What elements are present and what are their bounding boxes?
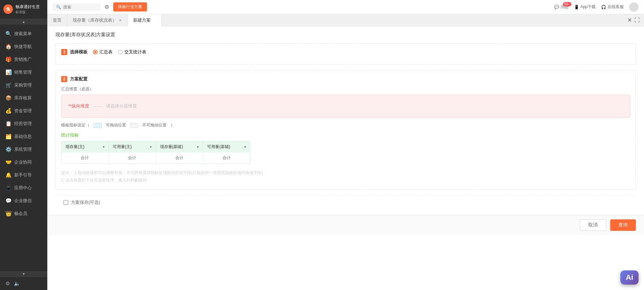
message-badge: 99+ [563,2,571,6]
box-icon: 📦 [5,95,11,101]
sidebar-item-search-menu[interactable]: 🔍 搜索菜单 [0,27,47,40]
radio-summary[interactable]: 汇总表 [93,49,113,55]
sidebar-item-label: 企业微信 [14,198,32,204]
tab-inventory-status[interactable]: 现存量（库存状况表） ✕ [67,14,128,26]
tab-home[interactable]: 首页 [47,14,67,26]
indicator-row: 模板指标设定（ 可拖动位置 不可拖动位置 ） [61,122,630,128]
tab-inventory-label: 现存量（库存状况表） [73,17,117,23]
headset-icon: 🎧 [601,5,606,9]
sidebar-item-inventory[interactable]: 📦 库存核算 [0,92,47,104]
sidebar-item-finance[interactable]: 💰 资金管理 [0,104,47,117]
hint-line-2: 2. 点击标题栏下拉可设置排序、插入列和删除列 [61,177,630,184]
draggable-label: 可拖动位置 [106,122,126,128]
indicator-label-text: 模板指标设定（ [61,122,90,128]
sidebar-scroll-down[interactable]: ▼ [0,271,47,277]
section-template: 1 选择模板 汇总表 交叉统计表 [55,43,636,65]
sidebar-item-member[interactable]: 👑 畅会员 [0,207,47,220]
dim-label: 汇总维度（必选） [61,86,630,92]
radio-summary-dot [94,51,96,53]
settings-icon[interactable]: ⚙ [104,4,109,10]
stats-col-4[interactable]: 可用量(基辅) ▾ [203,141,250,152]
radio-cross[interactable]: 交叉统计表 [118,49,146,55]
cancel-button[interactable]: 取消 [580,219,606,231]
stats-col-1[interactable]: 现存量(主) ▾ [61,141,109,152]
tabs-bar: 首页 现存量（库存状况表） ✕ 新建方案 ✕ ✕ ⛶ [47,14,644,26]
tab-new-plan-label: 新建方案 [133,17,151,23]
tab-inventory-close[interactable]: ✕ [119,18,122,23]
sidebar-item-label: 库存核算 [14,95,32,101]
gift-icon: 🎁 [5,56,11,63]
settings-footer-icon[interactable]: ⚙ [5,281,10,287]
app-download-button[interactable]: 📱 App下载 [574,4,596,10]
section2-num: 2 [61,76,67,82]
radio-summary-circle [93,50,98,54]
sidebar-item-label: 搜索菜单 [14,31,32,37]
sidebar-item-label: 资金管理 [14,108,32,114]
sidebar: 兔 畅康通好生意 标准版 ▲ 🔍 搜索菜单 🏠 快捷导航 🎁 营销推广 📊 销售… [0,0,47,290]
sidebar-item-label: 快捷导航 [14,44,32,50]
gear-icon: ⚙️ [5,146,11,152]
sidebar-item-basic[interactable]: 🗂️ 基础信息 [0,130,47,143]
content-area: 现存量(库存状况表)方案设置 1 选择模板 汇总表 [47,26,644,290]
save-label: 方案保存(可选) [71,199,100,206]
window-close-icon[interactable]: ✕ [627,17,632,23]
sidebar-item-system[interactable]: ⚙️ 系统管理 [0,143,47,156]
stats-col-2[interactable]: 可用量(主) ▾ [109,141,156,152]
hint-area: 提示： 1.拖动标题栏可以调整布局，不可跨维度或指标区域拖动栏目字段(只能在同一… [61,169,630,184]
ai-badge[interactable]: Ai [620,270,639,285]
sidebar-item-cooperation[interactable]: 🤝 企业协同 [0,156,47,169]
topbar: 🔍 ⚙ 体验行业方案 💬 消息 99+ 📱 App下载 🎧 在线客服 [47,0,644,14]
search-icon-topbar: 🔍 [56,5,61,9]
radio-summary-label: 汇总表 [99,49,113,55]
app-name: 畅康通好生意 [16,4,40,10]
sidebar-item-wechat[interactable]: 💬 企业微信 [0,194,47,207]
stats-col-4-label: 可用量(基辅) [207,144,230,150]
query-button[interactable]: 查询 [610,219,636,231]
sidebar-logo: 兔 畅康通好生意 标准版 [0,0,47,19]
sidebar-item-operations[interactable]: 📋 经营管理 [0,117,47,130]
sidebar-item-label: 销售管理 [14,69,32,75]
chevron-down-icon-1: ▾ [103,145,104,149]
save-checkbox[interactable] [64,200,68,205]
sidebar-item-sales[interactable]: 📊 销售管理 [0,66,47,79]
tab-new-plan-close[interactable]: ✕ [153,18,156,23]
indicator-end: ） [171,122,175,128]
footer-buttons: 取消 查询 [47,215,644,235]
section2-title: 方案配置 [70,76,88,82]
chevron-down-icon-2: ▾ [150,145,152,149]
sidebar-item-newbie[interactable]: 🔔 新手引导 [0,169,47,182]
sidebar-item-quick-nav[interactable]: 🏠 快捷导航 [0,40,47,53]
draggable-indicator-box [94,123,102,128]
section1-title: 选择模板 [70,49,88,55]
stats-body-col-1: 合计 [61,152,109,164]
dim-required-label: *纵向维度 [70,103,89,108]
online-service-button[interactable]: 🎧 在线客服 [601,4,624,10]
sidebar-item-marketing[interactable]: 🎁 营销推广 [0,53,47,66]
search-input[interactable] [63,5,97,9]
tab-new-plan[interactable]: 新建方案 ✕ [128,14,162,26]
section1-header: 1 选择模板 汇总表 交叉统计表 [61,49,630,55]
sidebar-item-label: 畅会员 [14,211,27,217]
stats-col-3-label: 现存量(基辅) [160,144,183,150]
stats-col-3[interactable]: 现存量(基辅) ▾ [156,141,203,152]
dim-placeholder: 请选择分组维度 [106,103,137,109]
message-button[interactable]: 💬 消息 99+ [554,4,569,10]
section2-header: 2 方案配置 [61,76,630,82]
sidebar-item-purchase[interactable]: 🛒 采购管理 [0,79,47,92]
dim-area[interactable]: **纵向维度 —— 请选择分组维度 [61,95,630,118]
app-logo-icon: 兔 [3,4,13,14]
sidebar-item-app-center[interactable]: 📱 应用中心 [0,182,47,194]
search-box[interactable]: 🔍 [53,3,100,11]
trial-button[interactable]: 体验行业方案 [113,2,147,11]
window-expand-icon[interactable]: ⛶ [635,17,640,23]
user-avatar[interactable] [629,2,639,12]
handshake-icon: 🤝 [5,159,11,165]
sidebar-item-label: 系统管理 [14,146,32,152]
mobile-icon: 📱 [5,185,11,191]
speaker-footer-icon[interactable]: 🔈 [14,281,20,287]
stats-body-col-3: 合计 [156,152,203,164]
money-icon: 💰 [5,108,11,114]
sidebar-item-label: 采购管理 [14,82,32,88]
non-draggable-indicator-box [130,123,138,128]
sidebar-scroll-up[interactable]: ▲ [0,19,47,25]
